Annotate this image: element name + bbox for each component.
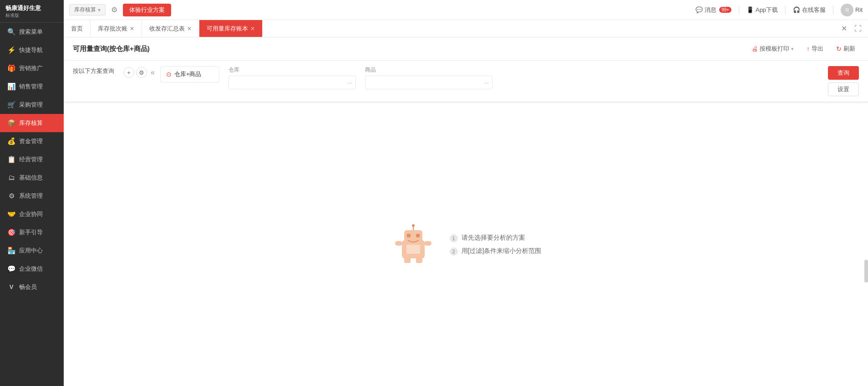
query-buttons: 查询 设置 [828,66,859,96]
store-icon: 🏪 [7,247,15,255]
sidebar-label-newbie: 新手引导 [19,228,43,237]
trial-industry-button[interactable]: 体验行业方案 [123,4,171,16]
content-area: 可用量查询(按仓库+商品) 🖨 按模板打印 ▾ ↑ 导出 ↻ 刷新 按以下方案 [64,37,868,386]
sidebar-label-shortcut: 快捷导航 [19,46,43,54]
topbar-gear-icon[interactable]: ⚙ [109,4,119,16]
sidebar-label-system: 系统管理 [19,192,43,200]
sidebar-item-enterprise[interactable]: 🤝 企业协同 [0,205,64,223]
gift-icon: 🎁 [7,64,15,72]
sidebar-item-purchase[interactable]: 🛒 采购管理 [0,96,64,114]
target-icon: 🎯 [7,228,15,237]
avatar-initial: R [845,7,849,13]
empty-state-illustration [391,222,436,268]
sidebar-item-wechat[interactable]: 💬 企业微信 [0,260,64,278]
breadcrumb-text: 库存核算 [74,6,96,14]
sidebar-item-sales[interactable]: 📊 销售管理 [0,77,64,96]
tab-receipt-summary[interactable]: 收发存汇总表 ✕ [142,20,199,37]
empty-tip-1: 1 请先选择要分析的方案 [450,234,542,242]
gear-icon: ⚙ [7,192,15,200]
page-title: 可用量查询(按仓库+商品) [73,45,150,53]
export-label: 导出 [812,45,823,53]
tab-receipt-summary-close-icon[interactable]: ✕ [187,26,192,32]
tab-batch-ledger[interactable]: 库存批次账 ✕ [91,20,142,37]
sidebar: 畅康通好生意 标准版 🔍 搜索菜单 ⚡ 快捷导航 🎁 营销推广 📊 销售管理 🛒 [0,0,64,386]
topbar-divider2 [785,5,786,15]
tab-batch-ledger-label: 库存批次账 [98,25,127,33]
product-field-label: 商品 [365,66,492,74]
user-profile[interactable]: R Rit [841,4,863,16]
app-download-label: App下载 [756,6,778,14]
warehouse-field-wrapper: ··· [228,76,356,89]
box-icon: 📦 [7,119,15,127]
product-more-icon[interactable]: ··· [484,79,489,86]
refresh-label: 刷新 [843,45,855,53]
sidebar-item-shortcut[interactable]: ⚡ 快捷导航 [0,41,64,59]
topbar-right: 💬 消息 99+ 📱 App下载 🎧 在线客服 R Rit [695,4,863,16]
handshake-icon: 🤝 [7,210,15,218]
settings-button[interactable]: 设置 [828,82,859,96]
breadcrumb-chevron-icon: ▾ [98,7,101,13]
refresh-button[interactable]: ↻ 刷新 [832,43,859,55]
right-scrollbar[interactable] [864,260,868,283]
sidebar-item-appstore[interactable]: 🏪 应用中心 [0,242,64,260]
svg-rect-4 [404,257,411,263]
sidebar-item-basic[interactable]: 🗂 基础信息 [0,169,64,187]
tip-text-1: 请先选择要分析的方案 [462,234,525,242]
collapse-icon[interactable]: « [149,68,157,77]
scheme-item-warehouse-product[interactable]: ⊙ 仓库+商品 [161,67,219,82]
tab-batch-ledger-close-icon[interactable]: ✕ [130,26,134,32]
tab-receipt-summary-label: 收发存汇总表 [149,25,185,33]
sidebar-logo: 畅康通好生意 标准版 [0,0,64,23]
sidebar-item-operations[interactable]: 📋 经营管理 [0,150,64,169]
sidebar-item-newbie[interactable]: 🎯 新手引导 [0,223,64,242]
page-header: 可用量查询(按仓库+商品) 🖨 按模板打印 ▾ ↑ 导出 ↻ 刷新 [64,37,868,61]
print-chevron-icon: ▾ [791,46,794,52]
scheme-label-warehouse-product: 仓库+商品 [174,70,202,78]
sidebar-item-vip[interactable]: V 畅会员 [0,278,64,296]
empty-tip-2: 2 用[过滤]条件来缩小分析范围 [450,247,542,256]
product-field-wrapper: ··· [365,76,492,89]
breadcrumb[interactable]: 库存核算 ▾ [69,4,106,15]
add-scheme-icon[interactable]: + [123,67,134,78]
close-tab-button[interactable]: ✕ [838,22,850,35]
maximize-tab-button[interactable]: ⛶ [852,23,864,35]
sidebar-label-enterprise: 企业协同 [19,210,43,218]
sidebar-item-inventory[interactable]: 📦 库存核算 [0,114,64,132]
sidebar-label-sales: 销售管理 [19,82,43,91]
print-template-button[interactable]: 🖨 按模板打印 ▾ [748,43,797,55]
online-service-button[interactable]: 🎧 在线客服 [793,6,826,14]
print-icon: 🖨 [751,45,758,52]
warehouse-field-label: 仓库 [228,66,356,74]
sidebar-label-marketing: 营销推广 [19,64,43,72]
app-download-button[interactable]: 📱 App下载 [746,6,778,14]
sidebar-label-inventory: 库存核算 [19,119,43,127]
folder-icon: 🗂 [7,174,15,181]
warehouse-more-icon[interactable]: ··· [347,79,352,86]
warehouse-field: 仓库 ··· [228,66,356,89]
tabs-actions: ✕ ⛶ [835,22,868,35]
tab-available-ledger-close-icon[interactable]: ✕ [250,26,255,32]
tip-num-1: 1 [450,234,458,242]
tip-text-2: 用[过滤]条件来缩小分析范围 [462,247,542,255]
tab-home[interactable]: 首页 [64,20,91,37]
message-badge: 99+ [719,7,731,13]
sidebar-item-finance[interactable]: 💰 资金管理 [0,132,64,150]
export-icon: ↑ [807,45,810,52]
sidebar-item-system[interactable]: ⚙ 系统管理 [0,187,64,205]
online-service-label: 在线客服 [802,6,826,14]
svg-rect-7 [424,241,431,246]
tab-available-ledger[interactable]: 可用量库存账本 ✕ [199,20,263,37]
filter-area: 按以下方案查询 + ⚙ « ⊙ 仓库+商品 仓库 · [64,61,868,102]
product-field: 商品 ··· [365,66,492,89]
query-button[interactable]: 查询 [828,66,859,80]
svg-rect-5 [416,257,422,263]
sidebar-item-search[interactable]: 🔍 搜索菜单 [0,23,64,41]
warehouse-input[interactable] [228,76,356,89]
product-input[interactable] [365,76,492,89]
message-button[interactable]: 💬 消息 99+ [695,6,731,14]
sidebar-item-marketing[interactable]: 🎁 营销推广 [0,59,64,77]
sidebar-logo-subtitle: 标准版 [5,12,58,19]
search-icon: 🔍 [7,28,15,36]
export-button[interactable]: ↑ 导出 [803,43,827,55]
settings-scheme-icon[interactable]: ⚙ [136,67,147,78]
